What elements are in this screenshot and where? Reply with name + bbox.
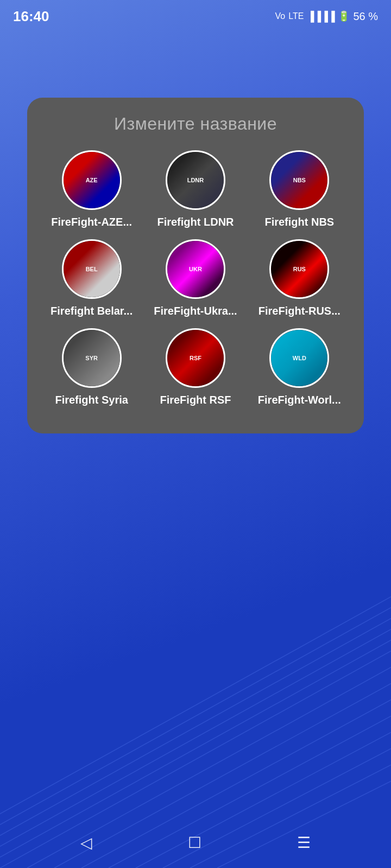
app-icon-inner-ukr: UKR [167,241,224,297]
app-item-rus[interactable]: RUSFireFight-RUS... [250,239,349,317]
app-icon-inner-rsf: RSF [167,330,224,386]
app-label-rsf: FireFight RSF [160,393,231,406]
svg-line-4 [0,640,391,857]
app-icon-bel: BEL [62,239,122,299]
app-item-aze[interactable]: AZEFireFight-AZE... [42,150,141,228]
app-label-syr: Firefight Syria [55,393,128,406]
app-icon-nbs: NBS [269,150,329,210]
app-label-ldnr: Firefight LDNR [157,215,234,228]
app-item-ukr[interactable]: UKRFireFight-Ukra... [146,239,244,317]
app-icon-syr: SYR [62,328,122,388]
signal-icon: Vo [275,11,286,21]
back-button[interactable]: ◁ [80,834,92,852]
app-item-syr[interactable]: SYRFirefight Syria [42,328,141,406]
battery-icon: 🔋 [338,10,350,22]
home-button[interactable]: ☐ [188,834,201,852]
app-icon-inner-nbs: NBS [271,152,327,208]
app-item-ldnr[interactable]: LDNRFirefight LDNR [146,150,244,228]
app-item-nbs[interactable]: NBSFirefight NBS [250,150,349,228]
app-icon-inner-syr: SYR [64,330,120,386]
app-label-nbs: Firefight NBS [264,215,334,228]
svg-line-1 [0,608,391,825]
app-label-bel: Firefight Belar... [51,304,133,317]
app-icon-rus: RUS [269,239,329,299]
app-icon-ukr: UKR [166,239,225,299]
app-label-aze: FireFight-AZE... [51,215,132,228]
app-icon-inner-ldnr: LDNR [167,152,224,208]
status-time: 16:40 [13,8,49,25]
app-icon-inner-bel: BEL [64,241,120,297]
app-item-bel[interactable]: BELFirefight Belar... [42,239,141,317]
signal-bars-icon: ▐▐▐▐ [307,11,335,22]
app-icon-inner-world: WLD [271,330,327,386]
menu-button[interactable]: ☰ [297,834,311,852]
app-label-rus: FireFight-RUS... [258,304,340,317]
lte-icon: LTE [288,11,304,21]
rename-dialog: Измените название AZEFireFight-AZE...LDN… [27,98,364,433]
svg-line-3 [0,629,391,846]
apps-grid: AZEFireFight-AZE...LDNRFirefight LDNRNBS… [42,150,349,406]
app-icon-world: WLD [269,328,329,388]
dialog-title: Измените название [42,114,349,134]
app-icon-ldnr: LDNR [166,150,225,210]
app-icon-inner-rus: RUS [271,241,327,297]
app-item-world[interactable]: WLDFireFight-Worl... [250,328,349,406]
nav-bar: ◁ ☐ ☰ [0,828,391,857]
svg-line-0 [0,597,391,814]
app-label-ukr: FireFight-Ukra... [154,304,237,317]
app-icon-aze: AZE [62,150,122,210]
app-label-world: FireFight-Worl... [258,393,341,406]
app-icon-rsf: RSF [166,328,225,388]
status-bar: 16:40 Vo LTE ▐▐▐▐ 🔋 56 % [0,0,391,33]
app-icon-inner-aze: AZE [64,152,120,208]
status-icons: Vo LTE ▐▐▐▐ 🔋 56 % [275,10,378,23]
app-item-rsf[interactable]: RSFFireFight RSF [146,328,244,406]
svg-line-2 [0,618,391,835]
battery-level: 56 % [353,10,378,23]
